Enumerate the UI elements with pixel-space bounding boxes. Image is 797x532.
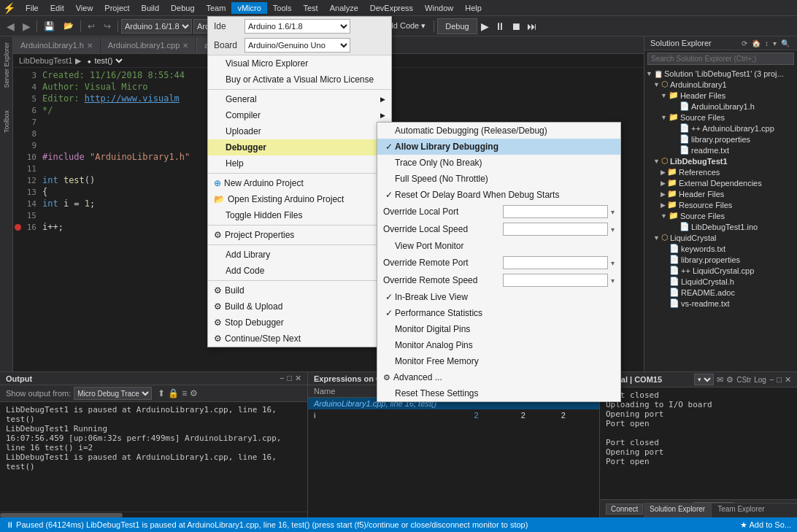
toolbar-fwd[interactable]: ▶	[19, 19, 34, 34]
menu-item-license[interactable]: Buy or Activate a Visual Micro License	[208, 72, 391, 88]
se-file-al1cpp[interactable]: 📄 ++ ArduinoLibrary1.cpp	[644, 123, 797, 134]
override-local-speed-input[interactable]	[503, 223, 608, 236]
menu-item-project-props[interactable]: ⚙ Project Properties	[208, 227, 391, 243]
se-file-lccpp[interactable]: 📄 ++ LiquidCrystal.cpp	[644, 265, 797, 276]
serial-close[interactable]: ✕	[785, 375, 791, 385]
se-btn3[interactable]: ↕	[763, 39, 770, 47]
override-remote-port-input[interactable]	[503, 256, 608, 269]
serial-cstr[interactable]: CStr	[736, 376, 751, 384]
se-folder-source2[interactable]: ▼ 📁 Source Files	[644, 210, 797, 221]
toolbox-tab[interactable]: Toolbox	[1, 107, 12, 136]
serial-mode[interactable]: ▾	[694, 374, 714, 385]
se-project-libdebug[interactable]: ▼ ⬡ LibDebugTest1	[644, 155, 797, 166]
se-file-readme1[interactable]: 📄 readme.txt	[644, 144, 797, 155]
toolbar-save[interactable]: 💾	[40, 20, 58, 32]
server-explorer-tab[interactable]: Server Explorer	[1, 39, 12, 91]
toolbar-open[interactable]: 📂	[60, 20, 77, 31]
serial-maximize[interactable]: □	[777, 375, 782, 384]
se-folder-references[interactable]: ▶ 📁 References	[644, 166, 797, 177]
debug-sub-perf[interactable]: ✓ Performance Statistics	[377, 305, 620, 321]
menu-debug[interactable]: Debug	[165, 2, 200, 14]
add-to-source-btn[interactable]: ★ Add to So...	[740, 520, 791, 530]
se-project-arduino[interactable]: ▼ ⬡ ArduinoLibrary1	[644, 79, 797, 90]
menu-item-general[interactable]: General ▶	[208, 91, 391, 107]
debug-sub-reset[interactable]: ✓ Reset Or Delay Board When Debug Starts	[377, 187, 620, 203]
ide-select[interactable]: Arduino 1.6/1.8	[121, 19, 192, 34]
menu-item-new-project[interactable]: ⊕ New Arduino Project	[208, 175, 391, 191]
pause-btn[interactable]: ⏸	[493, 20, 507, 33]
se-more[interactable]: ▾	[771, 39, 778, 47]
menu-item-explorer[interactable]: Visual Micro Explorer	[208, 55, 391, 72]
se-folder-header2[interactable]: ▶ 📁 Header Files	[644, 188, 797, 199]
override-remote-speed-arrow[interactable]: ▾	[611, 277, 615, 285]
menu-test[interactable]: Test	[297, 2, 323, 14]
menu-item-hidden-files[interactable]: Toggle Hidden Files	[208, 207, 391, 223]
menu-edit[interactable]: Edit	[45, 2, 70, 14]
override-remote-port-arrow[interactable]: ▾	[611, 259, 615, 267]
board-dropdown[interactable]: Arduino/Genuino Uno	[245, 38, 350, 53]
menu-build[interactable]: Build	[136, 2, 165, 14]
toolbar-undo[interactable]: ↩	[84, 20, 99, 32]
clear-btn[interactable]: ⬆	[158, 388, 165, 398]
menu-view[interactable]: View	[70, 2, 99, 14]
se-file-libprops2[interactable]: 📄 library.properties	[644, 254, 797, 265]
se-file-libprops1[interactable]: 📄 library.properties	[644, 134, 797, 144]
se-file-vsreadme[interactable]: 📄 vs-readme.txt	[644, 298, 797, 309]
tab-close-1[interactable]: ✕	[87, 42, 93, 50]
menu-team[interactable]: Team	[201, 2, 232, 14]
override-port-arrow[interactable]: ▾	[611, 208, 615, 216]
menu-project[interactable]: Project	[99, 2, 135, 14]
override-speed-arrow[interactable]: ▾	[611, 225, 615, 234]
function-select[interactable]: ⬥ test()	[84, 55, 125, 66]
debug-sub-reset-settings[interactable]: Reset These Settings	[377, 385, 620, 401]
tab-arduinolibrary-cpp[interactable]: ArduinoLibrary1.cpp ✕	[101, 37, 196, 53]
se-file-libdebugino[interactable]: 📄 LibDebugTest1.ino	[644, 221, 797, 232]
menu-analyze[interactable]: Analyze	[324, 2, 364, 14]
toolbar-back[interactable]: ◀	[3, 19, 18, 34]
se-btn2[interactable]: 🏠	[750, 39, 762, 47]
menu-item-uploader[interactable]: Uploader ▶	[208, 123, 391, 139]
ide-dropdown[interactable]: Arduino 1.6/1.8	[245, 19, 350, 34]
output-minimize[interactable]: −	[280, 374, 284, 383]
menu-item-build-upload[interactable]: ⚙ Build & Upload	[208, 298, 391, 315]
menu-item-debugger[interactable]: Debugger ▶	[208, 139, 391, 155]
play-btn[interactable]: ▶	[479, 20, 491, 33]
serial-email[interactable]: ✉	[717, 375, 723, 385]
step-btn[interactable]: ⏭	[525, 20, 539, 33]
menu-help[interactable]: Help	[459, 2, 488, 14]
menu-item-build[interactable]: ⚙ Build	[208, 282, 391, 298]
serial-minimize[interactable]: −	[769, 375, 774, 384]
debug-sub-trace-only[interactable]: Trace Only (No Break)	[377, 155, 620, 171]
menu-item-continue[interactable]: ⚙ Continue/Step Next	[208, 331, 391, 347]
serial-settings[interactable]: ⚙	[726, 375, 734, 385]
debug-sub-analog[interactable]: Monitor Analog Pins	[377, 337, 620, 353]
connect-btn[interactable]: Connect	[606, 504, 643, 514]
debug-sub-inbreak[interactable]: ✓ In-Break Live View	[377, 289, 620, 305]
se-folder-source1[interactable]: ▼ 📁 Source Files	[644, 112, 797, 123]
menu-devexpress[interactable]: DevExpress	[364, 2, 419, 14]
settings-output[interactable]: ⚙	[190, 388, 198, 398]
menu-item-open-project[interactable]: 📂 Open Existing Arduino Project	[208, 191, 391, 207]
se-folder-header[interactable]: ▼ 📁 Header Files	[644, 90, 797, 101]
override-remote-speed-input[interactable]	[503, 274, 608, 287]
menu-item-add-code[interactable]: Add Code ▶	[208, 263, 391, 279]
override-local-port-input[interactable]	[503, 205, 608, 218]
debug-sub-allow-library[interactable]: ✓ Allow Library Debugging	[377, 139, 620, 155]
se-file-lch[interactable]: 📄 LiquidCrystal.h	[644, 276, 797, 287]
output-close[interactable]: ✕	[295, 374, 301, 383]
scroll-lock[interactable]: 🔒	[168, 388, 179, 398]
menu-item-stop-debug[interactable]: ⚙ Stop Debugger	[208, 315, 391, 331]
se-search-icon[interactable]: 🔍	[779, 39, 791, 47]
menu-vmicro[interactable]: vMicro	[231, 2, 266, 14]
menu-item-help[interactable]: Help ▶	[208, 155, 391, 171]
debug-button[interactable]: Debug	[437, 18, 477, 34]
debug-sub-advanced[interactable]: ⚙ Advanced ...	[377, 369, 620, 385]
se-file-keywords[interactable]: 📄 keywords.txt	[644, 243, 797, 254]
se-file-al1h[interactable]: 📄 ArduinoLibrary1.h	[644, 101, 797, 112]
menu-window[interactable]: Window	[419, 2, 459, 14]
debug-sub-full-speed[interactable]: Full Speed (No Throttle)	[377, 171, 620, 187]
serial-log[interactable]: Log	[754, 376, 766, 384]
team-explorer-tab[interactable]: Team Explorer	[712, 504, 770, 517]
se-tab[interactable]: Solution Explorer	[644, 504, 712, 517]
se-project-liquid[interactable]: ▼ ⬡ LiquidCrystal	[644, 232, 797, 243]
